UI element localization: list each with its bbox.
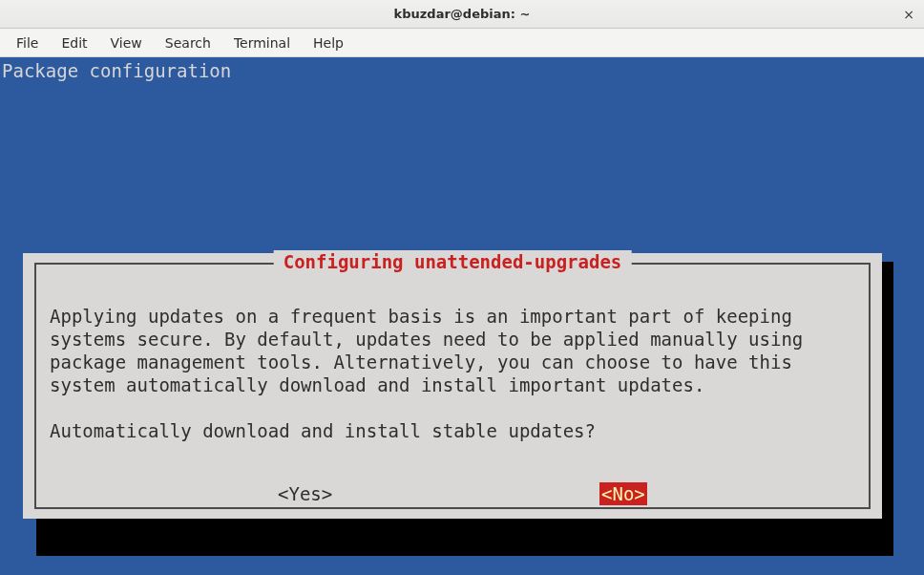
dialog-question: Automatically download and install stabl… [50, 419, 855, 442]
menu-file[interactable]: File [5, 32, 50, 54]
close-icon[interactable]: × [903, 9, 914, 20]
window-titlebar: kbuzdar@debian: ~ × [0, 0, 924, 29]
no-button[interactable]: <No> [599, 482, 647, 505]
dialog-title: Configuring unattended-upgrades [274, 250, 632, 273]
config-dialog: Configuring unattended-upgrades Applying… [23, 253, 882, 519]
terminal-area: Package configuration Configuring unatte… [0, 57, 924, 575]
menu-view[interactable]: View [99, 32, 154, 54]
dialog-body: Applying updates on a frequent basis is … [36, 265, 869, 452]
dialog-frame: Configuring unattended-upgrades Applying… [34, 263, 871, 509]
menu-help[interactable]: Help [302, 32, 355, 54]
window-title: kbuzdar@debian: ~ [394, 7, 531, 21]
package-config-header: Package configuration [0, 57, 924, 84]
menubar: File Edit View Search Terminal Help [0, 29, 924, 57]
menu-terminal[interactable]: Terminal [222, 32, 302, 54]
yes-button[interactable]: <Yes> [278, 482, 332, 505]
menu-search[interactable]: Search [154, 32, 222, 54]
menu-edit[interactable]: Edit [50, 32, 98, 54]
dialog-body-text: Applying updates on a frequent basis is … [50, 305, 855, 396]
